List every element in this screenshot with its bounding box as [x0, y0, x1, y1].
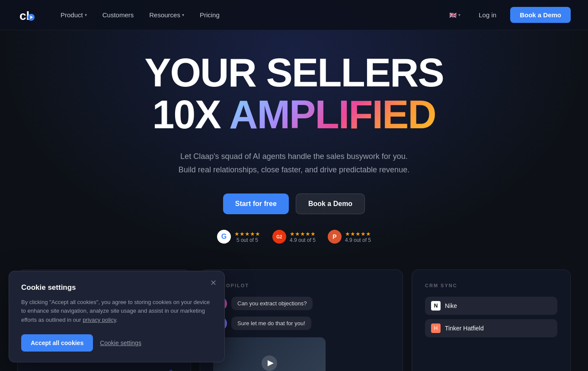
rating-google: G ★★★★★ 5 out of 5 — [217, 230, 260, 244]
video-thumbnail[interactable] — [213, 337, 326, 371]
nav-resources[interactable]: Resources ▾ — [143, 8, 190, 22]
nav-customers[interactable]: Customers — [96, 8, 140, 22]
navbar: cl Product ▾ Customers Resources ▾ Prici… — [0, 0, 588, 30]
hubspot-logo-icon: H — [431, 323, 441, 333]
nav-demo-button[interactable]: Book a Demo — [510, 7, 571, 23]
hero-section: YOUR SELLERS 10X AMPLIFIED Let Claap's s… — [0, 0, 588, 261]
nav-links: Product ▾ Customers Resources ▾ Pricing — [54, 8, 445, 22]
crm-item-nike: N Nike — [425, 297, 557, 315]
arrow-decoration: ↪ — [164, 363, 185, 371]
crm-sync-card: CRM SYNC N Nike H Tinker Hatfield — [412, 270, 571, 371]
chat-ai-message: ✦ Sure let me do that for you! — [213, 317, 390, 330]
google-stars: ★★★★★ — [234, 231, 260, 237]
hero-title: YOUR SELLERS 10X AMPLIFIED — [144, 52, 444, 135]
hero-subtitle: Let Claap's squad of AI agents handle th… — [179, 150, 409, 176]
nav-right: 🇬🇧 ▾ Log in Book a Demo — [445, 7, 571, 23]
google-score: 5 out of 5 — [234, 237, 260, 243]
ai-copilot-label: AI COPILOT — [213, 283, 390, 288]
user-chat-bubble: Can you extract objections? — [231, 297, 313, 310]
language-selector[interactable]: 🇬🇧 ▾ — [445, 9, 465, 21]
ai-copilot-card: AI COPILOT 👤 Can you extract objections?… — [200, 270, 403, 371]
book-demo-button[interactable]: Book a Demo — [296, 193, 365, 214]
crm-item-tinker: H Tinker Hatfield — [425, 319, 557, 337]
hero-buttons: Start for free Book a Demo — [223, 193, 365, 214]
chevron-down-icon: ▾ — [85, 13, 87, 17]
ratings-row: G ★★★★★ 5 out of 5 G2 ★★★★★ 4.9 out of 5… — [217, 230, 371, 244]
chevron-down-icon-resources: ▾ — [182, 13, 184, 17]
product-score: 4.9 out of 5 — [345, 237, 371, 243]
rating-g2: G2 ★★★★★ 4.9 out of 5 — [272, 230, 316, 244]
close-icon[interactable]: ✕ — [210, 278, 217, 288]
privacy-policy-link[interactable]: privacy policy — [83, 317, 116, 323]
nav-pricing[interactable]: Pricing — [194, 8, 226, 22]
cookie-title: Cookie settings — [21, 283, 212, 292]
start-free-button[interactable]: Start for free — [223, 193, 289, 214]
hero-title-line1: YOUR SELLERS — [144, 52, 444, 94]
nav-product[interactable]: Product ▾ — [54, 8, 93, 22]
hero-amplified: AMPLIFIED — [229, 92, 436, 136]
logo[interactable]: cl — [17, 5, 37, 25]
rating-product: P ★★★★★ 4.9 out of 5 — [328, 230, 371, 244]
g2-score: 4.9 out of 5 — [290, 237, 316, 243]
hero-10x: 10X — [152, 92, 220, 136]
chat-user-message: 👤 Can you extract objections? — [213, 297, 390, 311]
notion-logo-icon: N — [431, 301, 441, 311]
product-stars: ★★★★★ — [345, 231, 371, 237]
cookie-banner: ✕ Cookie settings By clicking "Accept al… — [9, 271, 225, 362]
login-button[interactable]: Log in — [472, 8, 503, 22]
g2-stars: ★★★★★ — [290, 231, 316, 237]
google-badge: G — [217, 230, 231, 244]
product-badge: P — [328, 230, 342, 244]
flag-icon: 🇬🇧 — [449, 12, 457, 19]
chevron-down-icon-lang: ▾ — [458, 13, 460, 17]
crm-sync-label: CRM SYNC — [425, 283, 557, 288]
cookie-settings-link[interactable]: Cookie settings — [100, 339, 141, 346]
g2-badge: G2 — [272, 230, 286, 244]
hero-title-line2: 10X AMPLIFIED — [144, 94, 444, 136]
cookie-text: By clicking "Accept all cookies", you ag… — [21, 298, 212, 325]
ai-chat-bubble: Sure let me do that for you! — [231, 317, 311, 330]
accept-cookies-button[interactable]: Accept all cookies — [21, 334, 93, 352]
cookie-actions: Accept all cookies Cookie settings — [21, 334, 212, 352]
play-icon — [262, 355, 277, 371]
